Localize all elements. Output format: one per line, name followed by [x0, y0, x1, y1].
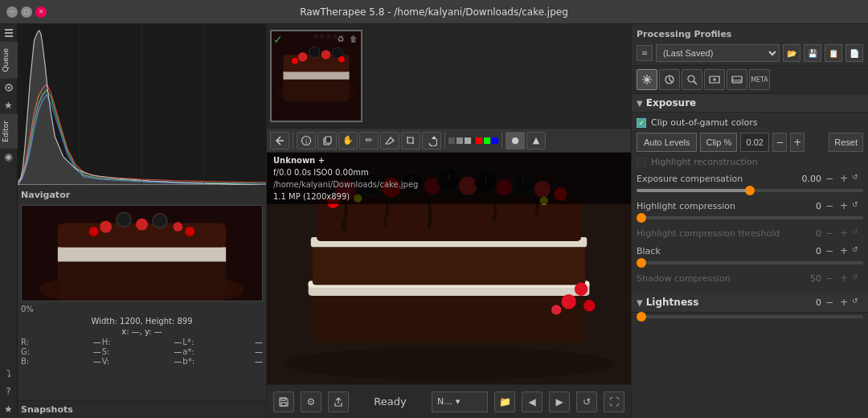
pp-copy-btn[interactable]: 📋: [825, 44, 842, 62]
raw-tool-btn[interactable]: RAW: [727, 69, 747, 90]
svg-point-70: [551, 305, 561, 314]
svg-point-73: [645, 78, 649, 82]
editor-tab[interactable]: Editor: [0, 114, 18, 149]
lightness-plus-btn[interactable]: +: [837, 296, 850, 309]
triangle-btn[interactable]: ▲: [526, 132, 546, 150]
exposure-comp-reset-btn[interactable]: ↺: [852, 173, 863, 184]
star2-icon[interactable]: ★: [0, 400, 18, 418]
color-tool-btn[interactable]: [659, 69, 680, 90]
star2: ☆: [319, 33, 325, 40]
rotate-btn[interactable]: [422, 132, 441, 150]
highlight-thresh-plus-btn[interactable]: +: [837, 227, 850, 240]
star1: ☆: [313, 33, 318, 40]
refresh-btn[interactable]: ↺: [576, 391, 597, 412]
highlight-comp-plus-btn[interactable]: +: [837, 199, 850, 212]
svg-point-18: [153, 214, 167, 228]
exposure-comp-slider[interactable]: [637, 186, 863, 195]
highlight-comp-reset-btn[interactable]: ↺: [852, 200, 863, 211]
nav-dropdown[interactable]: N... ▾: [432, 391, 488, 412]
lightness-reset-btn[interactable]: ↺: [852, 297, 863, 308]
folder-btn[interactable]: 📁: [494, 391, 515, 412]
histogram-area: ■ ■ ■ ■ ◧ ▬: [18, 24, 266, 185]
settings-icon[interactable]: [0, 79, 18, 96]
film-recycle-icon[interactable]: ♻: [335, 33, 346, 44]
minimize-button[interactable]: —: [6, 6, 18, 18]
pp-paste-btn[interactable]: 📄: [845, 44, 863, 62]
maximize-button[interactable]: □: [21, 6, 32, 18]
clip-minus-btn[interactable]: −: [772, 133, 787, 152]
nav-next-btn[interactable]: ▶: [549, 391, 570, 412]
b-val: —: [93, 357, 101, 366]
b2-val: —: [255, 357, 263, 366]
black-label: Black: [637, 246, 661, 256]
circle-icon[interactable]: ◉: [0, 148, 18, 166]
histogram-svg: [18, 24, 266, 185]
clip-value-input[interactable]: [740, 133, 769, 152]
back-arrow-btn[interactable]: [270, 132, 289, 150]
highlight-comp-value: 0: [816, 201, 821, 211]
exposure-tool-btn[interactable]: [637, 69, 657, 90]
pp-menu-btn[interactable]: ≡: [637, 45, 653, 61]
highlight-comp-slider[interactable]: [637, 214, 863, 222]
info-btn[interactable]: i: [297, 132, 316, 150]
settings-bottom-btn[interactable]: ⚙: [301, 391, 321, 412]
clip-plus-btn[interactable]: +: [790, 133, 805, 152]
highlight-thresh-reset-btn[interactable]: ↺: [852, 227, 863, 239]
exposure-header[interactable]: ▼ Exposure: [632, 94, 868, 113]
highlight-thresh-row: Highlight compression threshold 0 − + ↺: [637, 227, 863, 240]
meta-tool-btn[interactable]: META: [749, 69, 770, 90]
lightness-header[interactable]: ▼ Lightness 0 − + ↺: [632, 293, 868, 313]
lightness-minus-btn[interactable]: −: [823, 296, 836, 309]
save-bottom-btn[interactable]: [273, 391, 294, 412]
shadow-comp-minus-btn[interactable]: −: [823, 272, 836, 285]
auto-levels-row: Auto Levels Clip % − + Reset: [637, 133, 863, 152]
transform-tool-btn[interactable]: [704, 69, 725, 90]
queue-icon[interactable]: [0, 24, 18, 42]
highlight-recon-checkbox[interactable]: [637, 158, 646, 167]
copy-btn[interactable]: [317, 132, 337, 150]
r-val: —: [93, 338, 101, 346]
color-block-green: [484, 137, 490, 144]
shadow-comp-reset-btn[interactable]: ↺: [852, 273, 863, 284]
black-row: Black 0 − + ↺: [637, 244, 863, 267]
pp-save-btn[interactable]: 💾: [804, 44, 821, 62]
black-reset-btn[interactable]: ↺: [852, 245, 863, 256]
fullscreen-btn[interactable]: ⛶: [604, 391, 624, 412]
export-btn[interactable]: [328, 391, 349, 412]
pencil-btn[interactable]: ✏: [359, 132, 379, 150]
hand-btn[interactable]: ✋: [338, 132, 358, 150]
film-thumb[interactable]: ✓ ☆ ☆ ☆ ☆ ☆ ♻ 🗑: [270, 30, 362, 122]
reset-button[interactable]: Reset: [829, 133, 863, 152]
clip-pct-button[interactable]: Clip %: [700, 133, 737, 152]
clip-gamut-checkbox[interactable]: ✓: [637, 118, 646, 128]
b-label: B:: [21, 357, 29, 366]
help-icon[interactable]: ?: [0, 383, 18, 400]
black-slider[interactable]: [637, 259, 863, 267]
image-area[interactable]: Unknown + f/0.0 0.0s ISO0 0.00mm /home/k…: [267, 153, 631, 384]
star-icon[interactable]: ★: [0, 96, 18, 114]
black-minus-btn[interactable]: −: [823, 244, 836, 257]
svg-line-76: [694, 81, 697, 84]
close-button[interactable]: ✕: [35, 6, 47, 18]
circle-btn[interactable]: ●: [506, 132, 525, 150]
highlight-thresh-minus-btn[interactable]: −: [823, 227, 836, 240]
nav-dropdown-arrow: ▾: [456, 396, 461, 407]
black-plus-btn[interactable]: +: [837, 244, 850, 257]
film-trash-icon[interactable]: 🗑: [348, 33, 359, 44]
lightness-slider[interactable]: [637, 313, 863, 321]
exposure-comp-plus-btn[interactable]: +: [837, 172, 850, 185]
snapshots-title: Snapshots: [21, 403, 263, 416]
eraser-btn[interactable]: [380, 132, 399, 150]
pp-open-btn[interactable]: 📂: [783, 44, 800, 62]
auto-levels-button[interactable]: Auto Levels: [637, 133, 697, 152]
pp-select[interactable]: (Last Saved): [656, 44, 780, 62]
shadow-comp-plus-btn[interactable]: +: [837, 272, 850, 285]
detail-tool-btn[interactable]: [682, 69, 702, 90]
arrow-icon[interactable]: ⤵: [0, 365, 18, 383]
highlight-comp-minus-btn[interactable]: −: [823, 199, 836, 212]
crop-btn[interactable]: [401, 132, 420, 150]
nav-prev-btn[interactable]: ◀: [522, 391, 542, 412]
exposure-comp-minus-btn[interactable]: −: [823, 172, 836, 185]
exposure-title: Exposure: [646, 97, 697, 109]
queue-tab[interactable]: Queue: [0, 42, 18, 79]
